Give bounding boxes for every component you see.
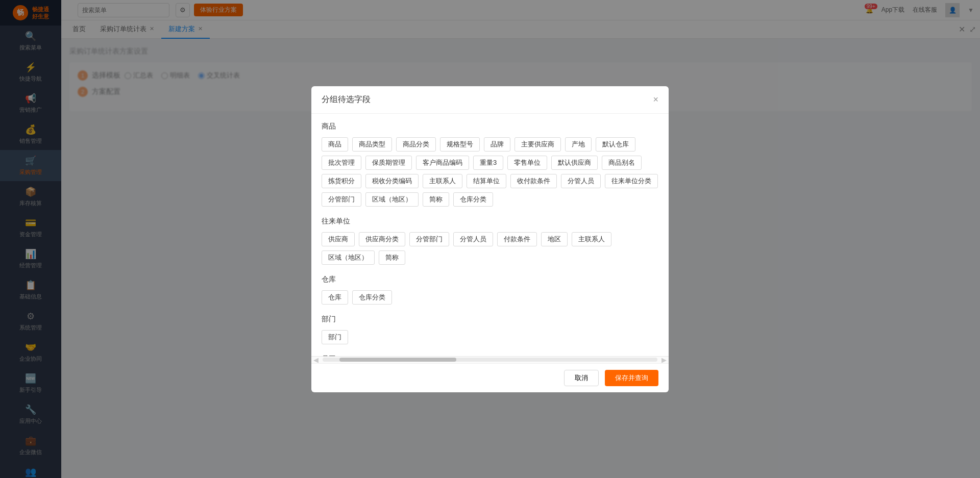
field-tag-commodity[interactable]: 商品 (322, 137, 348, 152)
section-department: 部门部门 (322, 315, 658, 344)
section-warehouse: 仓库仓库仓库分类 (322, 275, 658, 305)
section-products: 商品商品商品类型商品分类规格型号品牌主要供应商产地默认仓库批次管理保质期管理客户… (322, 122, 658, 207)
field-tag-warehouse_category[interactable]: 仓库分类 (453, 192, 493, 207)
cancel-button[interactable]: 取消 (564, 370, 599, 386)
field-tag-spec_model[interactable]: 规格型号 (440, 137, 480, 152)
field-tag-default_warehouse[interactable]: 默认仓库 (596, 137, 635, 152)
field-tags-contacts: 供应商供应商分类分管部门分管人员付款条件地区主联系人区域（地区）简称 (322, 232, 658, 265)
field-tags-department: 部门 (322, 330, 658, 344)
field-tag-contact_main[interactable]: 主联系人 (572, 232, 611, 246)
section-title-warehouse: 仓库 (322, 275, 658, 284)
section-title-products: 商品 (322, 122, 658, 131)
field-tag-contact_abbr[interactable]: 简称 (379, 250, 405, 265)
modal-hscrollbar: ◀ ▶ (311, 356, 669, 363)
field-tag-tax_code[interactable]: 税收分类编码 (365, 174, 419, 188)
field-tag-warehouse_type[interactable]: 仓库分类 (352, 290, 392, 305)
field-tag-abbreviation[interactable]: 简称 (423, 192, 449, 207)
field-tag-region_area[interactable]: 区域（地区） (365, 192, 419, 207)
field-tag-commodity_category[interactable]: 商品分类 (396, 137, 436, 152)
modal-dialog: 分组待选字段 × 商品商品商品类型商品分类规格型号品牌主要供应商产地默认仓库批次… (311, 86, 669, 392)
field-tag-weight3[interactable]: 重量3 (473, 156, 503, 170)
field-tag-contact_region[interactable]: 地区 (541, 232, 568, 246)
section-title-contacts: 往来单位 (322, 217, 658, 226)
field-tag-batch_manage[interactable]: 批次管理 (322, 156, 361, 170)
section-title-department: 部门 (322, 315, 658, 324)
field-tag-supplier[interactable]: 供应商 (322, 232, 355, 246)
field-tag-retail_unit[interactable]: 零售单位 (507, 156, 547, 170)
field-tag-dept_manage[interactable]: 分管部门 (322, 192, 361, 207)
field-tag-main_contact[interactable]: 主联系人 (423, 174, 462, 188)
section-contacts: 往来单位供应商供应商分类分管部门分管人员付款条件地区主联系人区域（地区）简称 (322, 217, 658, 265)
field-tag-supplier_category[interactable]: 供应商分类 (359, 232, 405, 246)
hscroll-right[interactable]: ▶ (659, 356, 669, 364)
field-tag-warehouse[interactable]: 仓库 (322, 290, 348, 305)
field-tag-contact_manager[interactable]: 分管人员 (453, 232, 493, 246)
field-tag-dept[interactable]: 部门 (322, 330, 348, 344)
field-tags-products: 商品商品类型商品分类规格型号品牌主要供应商产地默认仓库批次管理保质期管理客户商品… (322, 137, 658, 207)
field-tag-main_supplier[interactable]: 主要供应商 (514, 137, 561, 152)
field-tag-alias[interactable]: 商品别名 (602, 156, 642, 170)
field-tag-expiry_manage[interactable]: 保质期管理 (365, 156, 412, 170)
field-tag-contact_area[interactable]: 区域（地区） (322, 250, 375, 265)
hscroll-left[interactable]: ◀ (311, 356, 321, 364)
field-tag-commodity_type[interactable]: 商品类型 (352, 137, 392, 152)
modal-overlay: 分组待选字段 × 商品商品商品类型商品分类规格型号品牌主要供应商产地默认仓库批次… (0, 0, 980, 478)
field-tag-settle_unit[interactable]: 结算单位 (467, 174, 506, 188)
field-tag-origin[interactable]: 产地 (565, 137, 592, 152)
field-tags-warehouse: 仓库仓库分类 (322, 290, 658, 305)
hscroll-track (323, 358, 657, 362)
modal-body[interactable]: 商品商品商品类型商品分类规格型号品牌主要供应商产地默认仓库批次管理保质期管理客户… (311, 114, 669, 356)
field-tag-unit_category[interactable]: 往来单位分类 (605, 174, 658, 188)
save-button[interactable]: 保存并查询 (605, 370, 658, 386)
field-tag-pickup_points[interactable]: 拣货积分 (322, 174, 361, 188)
modal-footer: 取消 保存并查询 (311, 363, 669, 392)
field-tag-default_supplier[interactable]: 默认供应商 (551, 156, 598, 170)
field-tag-customer_code[interactable]: 客户商品编码 (416, 156, 469, 170)
field-tag-payment_terms[interactable]: 收付款条件 (510, 174, 557, 188)
field-tag-contact_dept[interactable]: 分管部门 (409, 232, 449, 246)
modal-close-button[interactable]: × (653, 94, 658, 105)
modal-header: 分组待选字段 × (311, 86, 669, 114)
field-tag-manager[interactable]: 分管人员 (561, 174, 601, 188)
field-tag-payment_condition[interactable]: 付款条件 (497, 232, 537, 246)
field-tag-brand[interactable]: 品牌 (484, 137, 510, 152)
hscroll-thumb (339, 358, 457, 362)
modal-title: 分组待选字段 (322, 94, 371, 105)
